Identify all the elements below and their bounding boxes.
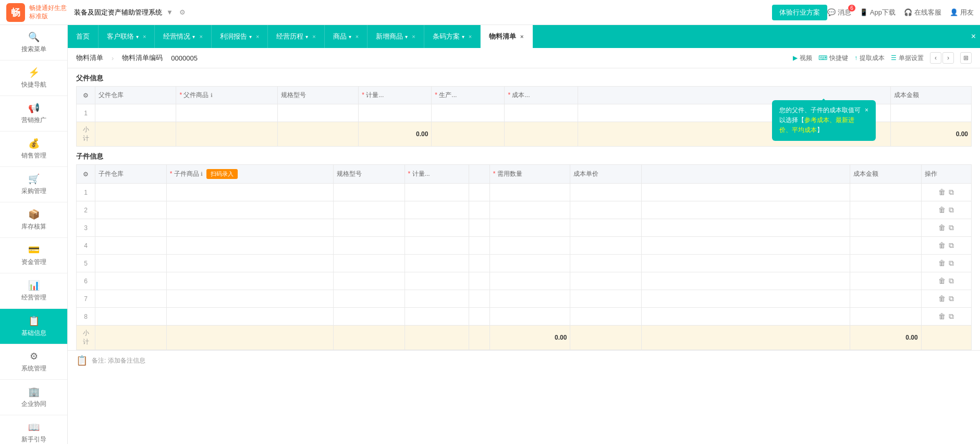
copy-icon-7[interactable]: ⧉ (949, 294, 954, 303)
sidebar-label-enterprise: 企业协同 (21, 400, 46, 409)
extract-cost-action[interactable]: ↑ 提取成本 (854, 54, 885, 63)
parent-row-1-warehouse[interactable] (95, 104, 176, 122)
single-settings-icon: ☰ (891, 54, 897, 62)
next-page-button[interactable]: › (942, 52, 954, 64)
copy-icon-8[interactable]: ⧉ (949, 312, 954, 321)
copy-icon-2[interactable]: ⧉ (949, 206, 954, 214)
delete-icon-4[interactable]: 🗑 (938, 241, 946, 250)
tab-operations-history[interactable]: 经营历程 ▾ × (268, 25, 324, 48)
parent-row-1-goods[interactable] (176, 104, 277, 122)
child-table: ⚙ 子件仓库 * 子件商品 ℹ 扫码录入 规格型号 * 计量... * 需用数量… (76, 164, 972, 350)
phone-icon: 📱 (860, 8, 868, 16)
scan-btn[interactable]: 扫码录入 (206, 169, 238, 179)
sidebar-item-quick-nav[interactable]: ⚡ 快捷导航 (0, 61, 67, 96)
bottom-bar-text[interactable]: 备注: 添加备注信息 (92, 356, 145, 365)
parent-row-1-production[interactable] (432, 104, 505, 122)
tab-customer[interactable]: 客户联络 ▾ × (99, 25, 155, 48)
parent-col-warehouse: 父件仓库 (95, 87, 176, 104)
tab-add-goods-label: 新增商品 (376, 32, 403, 41)
nav-close-all[interactable]: × (967, 32, 980, 41)
parent-subtotal-amount: 0.00 (890, 122, 971, 147)
sidebar-item-finance[interactable]: 💳 资金管理 (0, 238, 67, 273)
prev-page-button[interactable]: ‹ (930, 52, 941, 64)
child-row-2-unit[interactable] (405, 201, 469, 219)
delete-icon-8[interactable]: 🗑 (938, 312, 946, 321)
child-row-2-spec[interactable] (333, 201, 405, 219)
tab-barcode-close[interactable]: × (469, 33, 472, 40)
child-row-2-warehouse[interactable] (95, 201, 167, 219)
shortcut-action[interactable]: ⌨ 快捷键 (818, 54, 848, 63)
sidebar-item-enterprise[interactable]: 🏢 企业协同 (0, 380, 67, 415)
delete-icon-2[interactable]: 🗑 (938, 206, 946, 214)
app-download-item[interactable]: 📱 App下载 (860, 8, 896, 17)
copy-icon-1[interactable]: ⧉ (949, 188, 954, 197)
sidebar-item-inventory[interactable]: 📦 库存核算 (0, 202, 67, 238)
sidebar-item-guide[interactable]: 📖 新手引导 (0, 415, 67, 444)
tab-barcode-label: 条码方案 (433, 32, 460, 41)
delete-icon-6[interactable]: 🗑 (938, 277, 946, 285)
sidebar-item-sales[interactable]: 💰 销售管理 (0, 131, 67, 167)
settings-icon[interactable]: ⚙ (179, 8, 186, 16)
tab-home[interactable]: 首页 (68, 25, 99, 48)
parent-row-1-spec[interactable] (277, 104, 358, 122)
delete-icon-5[interactable]: 🗑 (938, 259, 946, 268)
child-row-2-unit-price[interactable] (570, 201, 642, 219)
tooltip-close-button[interactable]: × (865, 105, 868, 115)
child-row-2-qty[interactable] (489, 201, 570, 219)
sidebar-item-system[interactable]: ⚙ 系统管理 (0, 344, 67, 380)
pagination-arrows: ‹ › (930, 52, 954, 64)
tab-profit-report[interactable]: 利润报告 ▾ × (212, 25, 268, 48)
single-settings-action[interactable]: ☰ 单据设置 (891, 54, 924, 63)
parent-col-settings[interactable]: ⚙ (77, 87, 95, 104)
view-action[interactable]: ▶ 视频 (793, 54, 812, 63)
tab-material-list-close[interactable]: × (520, 33, 523, 40)
sidebar-item-operations[interactable]: 📊 经营管理 (0, 273, 67, 309)
child-row-7: 7 🗑⧉ (77, 290, 972, 308)
search-icon: 🔍 (28, 31, 40, 43)
sidebar-item-marketing[interactable]: 📢 营销推广 (0, 96, 67, 131)
trial-button[interactable]: 体验行业方案 (772, 5, 827, 20)
delete-icon-7[interactable]: 🗑 (938, 294, 946, 303)
tab-add-goods[interactable]: 新增商品 ▾ × (368, 25, 424, 48)
copy-icon-4[interactable]: ⧉ (949, 241, 954, 250)
page-content: × 您的父件、子件的成本取值可以选择【参考成本、最新进价、平均成本】 物料清单 … (68, 48, 980, 444)
sidebar-item-basic-info[interactable]: 📋 基础信息 (0, 309, 67, 344)
parent-row-1-cost[interactable] (505, 104, 578, 122)
dropdown-icon[interactable]: ▼ (166, 8, 173, 16)
child-row-1-spec[interactable] (333, 184, 405, 201)
grid-view-button[interactable]: ⊞ (960, 52, 972, 64)
tab-operations-status[interactable]: 经营情况 ▾ × (155, 25, 211, 48)
child-row-1-qty[interactable] (489, 184, 570, 201)
tab-customer-close[interactable]: × (143, 33, 146, 40)
tab-operations-status-close[interactable]: × (199, 33, 202, 40)
user-item[interactable]: 👤 用友 (950, 8, 974, 17)
child-section-title: 子件信息 (76, 147, 972, 164)
copy-icon-5[interactable]: ⧉ (949, 259, 954, 268)
sidebar-label-marketing: 营销推广 (21, 116, 46, 125)
tab-add-goods-close[interactable]: × (412, 33, 415, 40)
tab-profit-report-close[interactable]: × (256, 33, 259, 40)
tab-barcode[interactable]: 条码方案 ▾ × (424, 25, 481, 48)
delete-icon-3[interactable]: 🗑 (938, 223, 946, 232)
delete-icon-1[interactable]: 🗑 (938, 188, 946, 197)
child-col-unit-price: 成本单价 (570, 165, 642, 184)
sidebar-item-purchase[interactable]: 🛒 采购管理 (0, 167, 67, 202)
copy-icon-6[interactable]: ⧉ (949, 277, 954, 285)
child-row-1-unit[interactable] (405, 184, 469, 201)
tab-material-list[interactable]: 物料清单 × (481, 25, 532, 48)
child-row-1-warehouse[interactable] (95, 184, 167, 201)
tab-operations-history-close[interactable]: × (312, 33, 315, 40)
child-row-1-unit-price[interactable] (570, 184, 642, 201)
tab-goods-close[interactable]: × (356, 33, 359, 40)
copy-icon-3[interactable]: ⧉ (949, 223, 954, 232)
tab-goods[interactable]: 商品 ▾ × (325, 25, 368, 48)
message-item[interactable]: 💬 消息 6 (827, 8, 851, 17)
online-service-item[interactable]: 🎧 在线客服 (904, 8, 941, 17)
sidebar-item-search[interactable]: 🔍 搜索菜单 (0, 25, 67, 61)
child-col-settings[interactable]: ⚙ (77, 165, 95, 184)
breadcrumb-material-list[interactable]: 物料清单 (76, 53, 103, 63)
child-row-1-goods[interactable] (166, 184, 333, 201)
child-row-2-goods[interactable] (166, 201, 333, 219)
parent-row-1-unit[interactable] (359, 104, 432, 122)
child-col-warehouse: 子件仓库 (95, 165, 167, 184)
